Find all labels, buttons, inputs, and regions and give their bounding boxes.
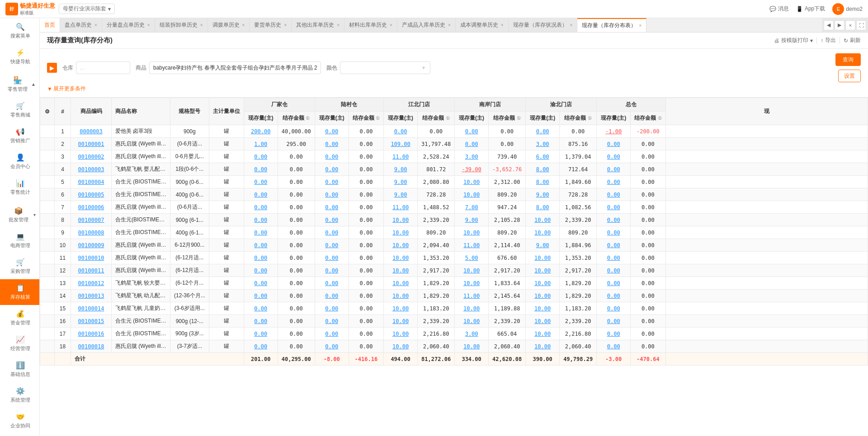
td-lucun-qty[interactable]: 0.00 [315,302,349,315]
td-changjia-qty[interactable]: 0.00 [244,163,278,176]
export-btn[interactable]: ↑ 导出 [821,37,836,44]
td-changjia-qty[interactable]: 0.00 [244,226,278,239]
td-lucun-qty[interactable]: 0.00 [315,328,349,340]
td-nanan-qty[interactable]: 3.00 [455,150,489,163]
td-changjia-qty[interactable]: 0.00 [244,188,278,201]
td-code[interactable]: 00100002 [71,150,112,163]
td-lucun-qty[interactable]: 0.00 [315,188,349,201]
td-lucun-qty[interactable]: 0.00 [315,264,349,277]
td-code[interactable]: 00100015 [71,315,112,328]
td-yubei-qty[interactable]: 8.00 [526,201,560,214]
td-total-qty[interactable]: 0.00 [597,340,631,353]
td-code[interactable]: 00100008 [71,226,112,239]
td-jiangbei-qty[interactable]: 10.00 [384,302,418,315]
refresh-btn[interactable]: ↻ 刷新 [844,37,861,44]
tab-close-icon[interactable]: × [242,23,245,28]
td-total-qty[interactable]: 0.00 [597,176,631,188]
td-changjia-qty[interactable]: 0.00 [244,264,278,277]
td-jiangbei-qty[interactable]: 9.00 [384,188,418,201]
tab-close-icon[interactable]: × [147,23,150,28]
td-lucun-qty[interactable]: 0.00 [315,150,349,163]
tab-close-icon[interactable]: × [94,23,97,28]
td-total-qty[interactable]: 0.00 [597,277,631,290]
td-code[interactable]: 00100011 [71,264,112,277]
td-lucun-qty[interactable]: 0.00 [315,239,349,252]
td-code[interactable]: 00100001 [71,138,112,150]
tab-close-icon[interactable]: × [570,23,573,28]
td-code[interactable]: 00100005 [71,188,112,201]
sidebar-item-search[interactable]: 🔍 搜索英单 [0,18,39,44]
td-yubei-qty[interactable]: 10.00 [526,290,560,302]
td-nanan-qty[interactable]: 10.00 [455,302,489,315]
tab-other-out[interactable]: 其他出库单历史 × [292,18,344,32]
td-changjia-qty[interactable]: 0.00 [244,176,278,188]
td-code[interactable]: 00100012 [71,277,112,290]
sidebar-item-wholesale[interactable]: 📦 批发管理 ▾ [0,202,39,228]
td-code[interactable]: 00100014 [71,302,112,315]
color-dropdown-icon[interactable]: ▾ [422,65,425,71]
td-yubei-qty[interactable]: 10.00 [526,252,560,264]
td-total-qty[interactable]: 0.00 [597,201,631,214]
td-changjia-qty[interactable]: 0.00 [244,340,278,353]
td-lucun-qty[interactable]: 0.00 [315,125,349,138]
td-total-qty[interactable]: 0.00 [597,226,631,239]
td-nanan-qty[interactable]: 0.00 [455,138,489,150]
td-changjia-qty[interactable]: 0.00 [244,201,278,214]
tab-close-icon[interactable]: × [200,23,203,28]
td-changjia-qty[interactable]: 0.00 [244,150,278,163]
td-changjia-qty[interactable]: 0.00 [244,290,278,302]
tab-close-icon[interactable]: × [448,23,451,28]
td-yubei-qty[interactable]: 8.00 [526,163,560,176]
td-jiangbei-qty[interactable]: 10.00 [384,252,418,264]
td-nanan-qty[interactable]: 11.00 [455,290,489,302]
tab-close-icon[interactable]: × [284,23,287,28]
td-jiangbei-qty[interactable]: 10.00 [384,340,418,353]
td-nanan-qty[interactable]: 10.00 [455,340,489,353]
sidebar-item-retail-stats[interactable]: 📊 零售统计 [0,174,39,200]
td-code[interactable]: 00100009 [71,239,112,252]
td-nanan-qty[interactable]: 3.00 [455,328,489,340]
setting-button[interactable]: 设置 [838,70,861,82]
td-nanan-qty[interactable]: 11.00 [455,239,489,252]
td-yubei-qty[interactable]: 10.00 [526,302,560,315]
td-lucun-qty[interactable]: 0.00 [315,176,349,188]
td-code[interactable]: 00100016 [71,328,112,340]
td-changjia-qty[interactable]: 0.00 [244,277,278,290]
app-download-btn[interactable]: 📱 App下载 [796,5,825,13]
td-lucun-qty[interactable]: 0.00 [315,252,349,264]
sidebar-item-guide[interactable]: 🎯 新手引导 [0,434,39,436]
td-code[interactable]: 00100003 [71,163,112,176]
td-nanan-qty[interactable]: 5.00 [455,252,489,264]
sidebar-item-retail-store[interactable]: 🛒 零售商城 [0,97,39,123]
td-jiangbei-qty[interactable]: 11.00 [384,201,418,214]
td-total-qty[interactable]: 0.00 [597,328,631,340]
sidebar-item-member[interactable]: 👤 会员中心 [0,149,39,174]
td-nanan-qty[interactable]: 9.00 [455,214,489,226]
td-yubei-qty[interactable]: 10.00 [526,328,560,340]
td-lucun-qty[interactable]: 0.00 [315,277,349,290]
tab-close-icon[interactable]: × [639,23,642,28]
td-changjia-qty[interactable]: 0.00 [244,214,278,226]
sidebar-item-shortcut[interactable]: ⚡ 快捷导航 [0,44,39,70]
tab-close-icon[interactable]: × [501,23,504,28]
message-btn[interactable]: 💬 消息 [769,5,789,13]
td-lucun-qty[interactable]: 0.00 [315,340,349,353]
td-lucun-qty[interactable]: 0.00 [315,138,349,150]
td-yubei-qty[interactable]: 3.00 [526,138,560,150]
td-code[interactable]: 00100010 [71,252,112,264]
td-code[interactable]: 0000003 [71,125,112,138]
td-lucun-qty[interactable]: 0.00 [315,226,349,239]
td-yubei-qty[interactable]: 10.00 [526,226,560,239]
td-yubei-qty[interactable]: 10.00 [526,340,560,353]
tab-transfer[interactable]: 调拨单历史 × [208,18,250,32]
tab-close-icon[interactable]: × [337,23,340,28]
td-code[interactable]: 00100013 [71,290,112,302]
td-jiangbei-qty[interactable]: 10.00 [384,264,418,277]
tab-assemble[interactable]: 组装拆卸单历史 × [155,18,208,32]
td-total-qty[interactable]: 0.00 [597,264,631,277]
tab-stock-status[interactable]: 现存量（库存状况表） × [509,18,578,32]
color-input[interactable] [340,61,430,74]
td-nanan-qty[interactable]: 10.00 [455,188,489,201]
td-jiangbei-qty[interactable]: 10.00 [384,214,418,226]
td-changjia-qty[interactable]: 1.00 [244,138,278,150]
